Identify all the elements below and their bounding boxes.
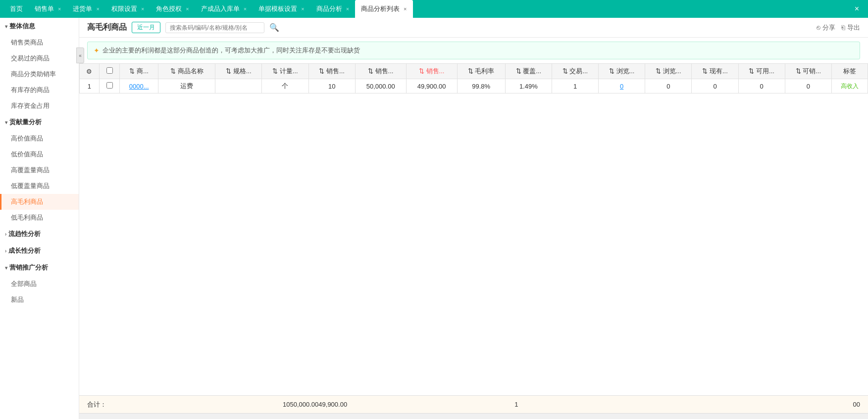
row-sales-qty: 10 xyxy=(308,79,355,93)
col-browse2[interactable]: ⇅ 浏览... xyxy=(645,64,692,79)
sidebar-item-in-stock[interactable]: 有库存的商品 xyxy=(0,82,79,98)
nav-product-analysis[interactable]: 商品分析 × xyxy=(310,0,355,18)
row-saleable: 0 xyxy=(785,79,831,93)
footer-label: 合计： xyxy=(87,400,106,409)
sidebar: ▾ 整体信息 销售类商品 交易过的商品 商品分类助销率 有库存的商品 库存资金占… xyxy=(0,18,79,419)
nav-roles[interactable]: 角色授权 × xyxy=(150,0,195,18)
share-icon: ⎋ xyxy=(817,24,820,31)
sidebar-item-low-coverage[interactable]: 低覆盖量商品 xyxy=(0,178,79,194)
col-spec[interactable]: ⇅ 规格... xyxy=(215,64,262,79)
col-trade[interactable]: ⇅ 交易... xyxy=(552,64,598,79)
nav-purchase[interactable]: 进货单 × xyxy=(67,0,105,18)
table-row: 1 0000... 运费 个 xyxy=(80,79,868,93)
col-browse1[interactable]: ⇅ 浏览... xyxy=(599,64,645,79)
row-available: 0 xyxy=(738,79,785,93)
chevron-right-icon: › xyxy=(5,232,6,237)
col-sales-qty[interactable]: ⇅ 销售... xyxy=(308,64,355,79)
col-sales-profit[interactable]: ⇅ 销售... xyxy=(406,64,457,79)
nav-product-analysis-list[interactable]: 商品分析列表 × xyxy=(355,0,412,18)
search-input[interactable] xyxy=(165,22,264,33)
col-gross-rate[interactable]: ⇅ 毛利率 xyxy=(457,64,505,79)
footer-sales-profit: 49,900.00 xyxy=(318,401,347,408)
row-current: 0 xyxy=(692,79,738,93)
sidebar-item-traded-goods[interactable]: 交易过的商品 xyxy=(0,50,79,66)
sidebar-item-stock-capital[interactable]: 库存资金占用 xyxy=(0,98,79,114)
footer-sales-amt: 50,000.00 xyxy=(290,401,318,408)
row-index: 1 xyxy=(80,79,100,93)
col-current[interactable]: ⇅ 现有... xyxy=(692,64,738,79)
col-available[interactable]: ⇅ 可用... xyxy=(738,64,785,79)
top-nav: 首页 销售单 × 进货单 × 权限设置 × 角色授权 × 产成品入库单 × 单据… xyxy=(0,0,868,18)
col-tag[interactable]: 标签 xyxy=(831,64,868,79)
sidebar-item-high-coverage[interactable]: 高覆盖量商品 xyxy=(0,162,79,178)
header-actions: ⎋ 分享 ⎗ 导出 xyxy=(817,23,860,32)
data-table-wrapper: ⚙ ⇅ 商... ⇅ 商品名称 ⇅ 规格... xyxy=(79,63,868,395)
export-button[interactable]: ⎗ 导出 xyxy=(841,23,860,32)
sidebar-item-high-margin[interactable]: 高毛利商品 xyxy=(0,194,79,210)
sidebar-item-all-goods[interactable]: 全部商品 xyxy=(0,276,79,292)
sidebar-group-contribution[interactable]: ▾ 贡献量分析 xyxy=(0,114,79,131)
row-tag: 高收入 xyxy=(831,79,868,93)
footer-gap1 xyxy=(347,401,514,408)
row-sales-profit: 49,900.00 xyxy=(406,79,457,93)
row-code[interactable]: 0000... xyxy=(120,79,158,93)
content-area: 高毛利商品 近一月 🔍 ⎋ 分享 ⎗ 导出 ✦ 企业 xyxy=(79,18,868,419)
sidebar-item-low-margin[interactable]: 低毛利商品 xyxy=(0,210,79,226)
chevron-down-icon: ▾ xyxy=(5,120,7,125)
close-icon[interactable]: × xyxy=(186,6,189,12)
sidebar-group-marketing[interactable]: ▾ 营销推广分析 xyxy=(0,259,79,276)
footer-gap3 xyxy=(685,401,853,408)
sidebar-item-sales-goods[interactable]: 销售类商品 xyxy=(0,35,79,50)
period-button[interactable]: 近一月 xyxy=(132,22,160,33)
col-name[interactable]: ⇅ 商品名称 xyxy=(158,64,215,79)
col-code[interactable]: ⇅ 商... xyxy=(120,64,158,79)
nav-template[interactable]: 单据模板设置 × xyxy=(253,0,310,18)
close-icon[interactable]: × xyxy=(346,6,349,12)
col-saleable[interactable]: ⇅ 可销... xyxy=(785,64,831,79)
sidebar-item-low-value[interactable]: 低价值商品 xyxy=(0,146,79,162)
footer-trade: 1 xyxy=(514,401,518,408)
row-checkbox[interactable] xyxy=(99,79,119,93)
row-select-checkbox[interactable] xyxy=(106,82,113,89)
footer-available: 0 xyxy=(857,401,860,408)
search-button[interactable]: 🔍 xyxy=(269,23,279,32)
chevron-down-icon: ▾ xyxy=(5,24,7,29)
nav-product-inbound[interactable]: 产成品入库单 × xyxy=(195,0,253,18)
page-title: 高毛利商品 xyxy=(87,22,127,33)
close-icon[interactable]: × xyxy=(301,6,304,12)
col-checkbox[interactable] xyxy=(99,64,119,79)
row-gross-rate: 99.8% xyxy=(457,79,505,93)
data-table: ⚙ ⇅ 商... ⇅ 商品名称 ⇅ 规格... xyxy=(79,63,868,93)
share-button[interactable]: ⎋ 分享 xyxy=(817,23,835,32)
nav-sales[interactable]: 销售单 × xyxy=(29,0,67,18)
close-icon[interactable]: × xyxy=(58,6,61,12)
col-settings[interactable]: ⚙ xyxy=(80,64,100,79)
window-close-button[interactable]: × xyxy=(850,4,864,13)
sidebar-item-new-goods[interactable]: 新品 xyxy=(0,292,79,308)
col-sales-amt[interactable]: ⇅ 销售... xyxy=(355,64,406,79)
info-icon: ✦ xyxy=(94,47,100,54)
footer-sales-qty: 10 xyxy=(283,401,290,408)
horizontal-scrollbar[interactable] xyxy=(79,413,868,419)
table-footer: 合计： 10 50,000.00 49,900.00 1 0 0 xyxy=(79,395,868,413)
sidebar-group-trend[interactable]: › 流趋性分析 xyxy=(0,226,79,242)
sidebar-collapse-button[interactable]: « xyxy=(76,47,84,63)
close-icon[interactable]: × xyxy=(96,6,99,12)
row-unit: 个 xyxy=(262,79,308,93)
sidebar-group-overall[interactable]: ▾ 整体信息 xyxy=(0,18,79,35)
sidebar-group-growth[interactable]: › 成长性分析 xyxy=(0,242,79,259)
sidebar-item-high-value[interactable]: 高价值商品 xyxy=(0,131,79,146)
sidebar-item-category-rate[interactable]: 商品分类助销率 xyxy=(0,66,79,82)
nav-permissions[interactable]: 权限设置 × xyxy=(105,0,150,18)
nav-home[interactable]: 首页 xyxy=(4,0,29,18)
footer-spacer: 10 50,000.00 49,900.00 1 0 0 xyxy=(114,401,860,408)
col-coverage[interactable]: ⇅ 覆盖... xyxy=(505,64,552,79)
close-icon[interactable]: × xyxy=(404,6,407,12)
close-icon[interactable]: × xyxy=(244,6,247,12)
row-browse1[interactable]: 0 xyxy=(599,79,645,93)
col-unit[interactable]: ⇅ 计量... xyxy=(262,64,308,79)
row-browse2: 0 xyxy=(645,79,692,93)
select-all-checkbox[interactable] xyxy=(106,67,113,74)
content-header: 高毛利商品 近一月 🔍 ⎋ 分享 ⎗ 导出 xyxy=(79,18,868,38)
close-icon[interactable]: × xyxy=(141,6,144,12)
